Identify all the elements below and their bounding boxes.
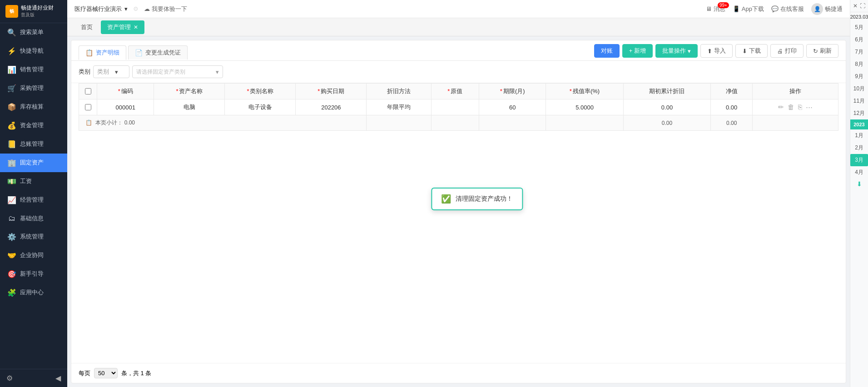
copy-icon[interactable]: ⎘ xyxy=(798,103,802,111)
month-10[interactable]: 10月 xyxy=(850,83,868,95)
tab-home[interactable]: 首页 xyxy=(74,20,99,34)
row-residual-rate: 5.0000 xyxy=(546,99,623,115)
select-all-checkbox[interactable] xyxy=(85,88,91,94)
row-name: 电脑 xyxy=(154,99,225,115)
payroll-icon: 💵 xyxy=(7,177,16,186)
sidebar-item-operations[interactable]: 📈 经营管理 xyxy=(0,191,67,209)
sidebar-item-guide[interactable]: 🎯 新手引导 xyxy=(0,265,67,283)
online-service-button[interactable]: 💬 在线客服 xyxy=(771,5,804,13)
year-2023-badge[interactable]: 2023 xyxy=(850,119,868,129)
company-selector[interactable]: 医疗器械行业演示 ▾ xyxy=(74,5,128,13)
scroll-down-arrow[interactable]: ⬇ xyxy=(857,180,862,188)
panel-expand-icon[interactable]: ⛶ xyxy=(860,3,865,9)
sidebar-item-label: 系统管理 xyxy=(20,233,44,241)
username: 畅捷通 xyxy=(825,5,843,13)
row-category: 电子设备 xyxy=(225,99,296,115)
capital-icon: 💰 xyxy=(7,121,16,130)
inventory-icon: 📦 xyxy=(7,103,16,111)
category-select[interactable]: 类别 ▾ xyxy=(93,65,129,78)
import-button[interactable]: ⬆ 导入 xyxy=(700,44,733,58)
notifications-button[interactable]: 🖥 消息 99+ xyxy=(706,5,725,13)
row-dep-method: 年限平均 xyxy=(367,99,431,115)
tab-close-icon[interactable]: ✕ xyxy=(134,24,138,30)
category-text-filter[interactable]: 请选择固定资产类别 ▾ xyxy=(132,65,223,78)
download-button[interactable]: ⬇ 下载 xyxy=(735,44,768,58)
topbar-right: 🖥 消息 99+ 📱 App下载 💬 在线客服 👤 畅捷通 xyxy=(706,3,843,15)
notifications-badge: 99+ xyxy=(718,2,729,8)
app-download-button[interactable]: 📱 App下载 xyxy=(733,5,764,13)
import-icon: ⬆ xyxy=(707,48,712,55)
sidebar-item-label: 企业协同 xyxy=(20,251,44,259)
subtab-asset-list[interactable]: 📋 资产明细 xyxy=(79,45,126,60)
row-purchase-date: 202206 xyxy=(296,99,367,115)
delete-icon[interactable]: 🗑 xyxy=(788,103,794,111)
sidebar-item-label: 快捷导航 xyxy=(20,47,44,55)
sidebar-item-appcenter[interactable]: 🧩 应用中心 xyxy=(0,283,67,302)
month-2[interactable]: 2月 xyxy=(850,142,868,154)
main-content: 医疗器械行业演示 ▾ ⚙ ☁ 我要体验一下 🖥 消息 99+ 📱 App下载 💬… xyxy=(67,0,850,387)
panel-close-icon[interactable]: ✕ xyxy=(853,3,858,9)
print-button[interactable]: 🖨 打印 xyxy=(770,44,804,58)
tabbar: 首页 资产管理 ✕ xyxy=(67,18,850,36)
toast-message: 清理固定资产成功！ xyxy=(456,195,513,203)
user-menu[interactable]: 👤 畅捷通 xyxy=(811,3,843,15)
current-period-label: 2023.03 xyxy=(850,12,868,21)
enterprise-icon: 🤝 xyxy=(7,251,16,260)
row-select-checkbox[interactable] xyxy=(85,104,91,110)
sidebar-item-quicknav[interactable]: ⚡ 快捷导航 xyxy=(0,42,67,60)
month-7[interactable]: 7月 xyxy=(850,46,868,58)
refresh-button[interactable]: ↻ 刷新 xyxy=(806,44,838,58)
sidebar-item-label: 基础信息 xyxy=(20,214,44,223)
month-1[interactable]: 1月 xyxy=(850,129,868,142)
month-12[interactable]: 12月 xyxy=(850,107,868,119)
sidebar-item-sysadmin[interactable]: ⚙️ 系统管理 xyxy=(0,228,67,246)
month-5[interactable]: 5月 xyxy=(850,21,868,34)
row-period: 60 xyxy=(479,99,546,115)
batch-ops-label: 批量操作 xyxy=(662,47,686,55)
app-download-icon: 📱 xyxy=(733,5,740,12)
sidebar-item-inventory[interactable]: 📦 库存核算 xyxy=(0,98,67,116)
month-4[interactable]: 4月 xyxy=(850,166,868,179)
subtotal-empty-residual xyxy=(546,115,623,131)
sidebar-item-fixedasset[interactable]: 🏢 固定资产 xyxy=(0,154,67,172)
table-row: 000001 电脑 电子设备 202206 年限平均 60 5.0000 0.0… xyxy=(79,99,838,115)
batch-ops-button[interactable]: 批量操作 ▾ xyxy=(655,44,698,58)
reconcile-button[interactable]: 对账 xyxy=(594,44,620,58)
sidebar-item-label: 搜索菜单 xyxy=(20,28,44,36)
sidebar-item-label: 总账管理 xyxy=(20,140,44,148)
experience-icon: ☁ xyxy=(144,5,150,12)
sidebar-item-capital[interactable]: 💰 资金管理 xyxy=(0,116,67,135)
month-11[interactable]: 11月 xyxy=(850,95,868,107)
sidebar-item-sales[interactable]: 📊 销售管理 xyxy=(0,60,67,79)
subtotal-row: 📋 本页小计： 0.00 0.00 0.00 xyxy=(79,115,838,131)
filter-chevron-icon: ▾ xyxy=(216,69,219,75)
per-page-select[interactable]: 50 100 200 xyxy=(94,368,118,378)
sidebar-item-purchase[interactable]: 🛒 采购管理 xyxy=(0,79,67,98)
sidebar-item-ledger[interactable]: 📒 总账管理 xyxy=(0,135,67,154)
sidebar-item-label: 资金管理 xyxy=(20,121,44,129)
sidebar-item-enterprise[interactable]: 🤝 企业协同 xyxy=(0,246,67,265)
new-button[interactable]: + 新增 xyxy=(622,44,653,58)
sidebar-item-payroll[interactable]: 💵 工资 xyxy=(0,172,67,191)
subtab-asset-list-label: 资产明细 xyxy=(96,49,119,57)
edit-icon[interactable]: ✏ xyxy=(778,103,784,111)
experience-button[interactable]: ☁ 我要体验一下 xyxy=(144,5,187,13)
sales-icon: 📊 xyxy=(7,65,16,74)
sysadmin-icon: ⚙️ xyxy=(7,233,16,241)
settings-icon[interactable]: ⚙ xyxy=(6,374,13,382)
tab-asset-mgmt[interactable]: 资产管理 ✕ xyxy=(101,20,144,34)
month-8[interactable]: 8月 xyxy=(850,58,868,70)
company-name: 医疗器械行业演示 xyxy=(74,5,122,13)
collapse-icon[interactable]: ◀ xyxy=(55,374,61,382)
subtab-voucher-gen[interactable]: 📄 变更生成凭证 xyxy=(128,45,188,60)
month-3-active[interactable]: 3月 xyxy=(850,154,868,166)
month-9[interactable]: 9月 xyxy=(850,70,868,83)
app-download-label: App下载 xyxy=(742,5,764,13)
th-checkbox xyxy=(79,84,97,99)
sidebar-item-search[interactable]: 🔍 搜索菜单 xyxy=(0,23,67,42)
sidebar-item-label: 工资 xyxy=(20,177,32,185)
month-6[interactable]: 6月 xyxy=(850,34,868,46)
sidebar-item-basicinfo[interactable]: 🗂 基础信息 xyxy=(0,209,67,228)
more-icon[interactable]: ⋯ xyxy=(806,103,813,111)
sidebar-item-label: 采购管理 xyxy=(20,84,44,92)
